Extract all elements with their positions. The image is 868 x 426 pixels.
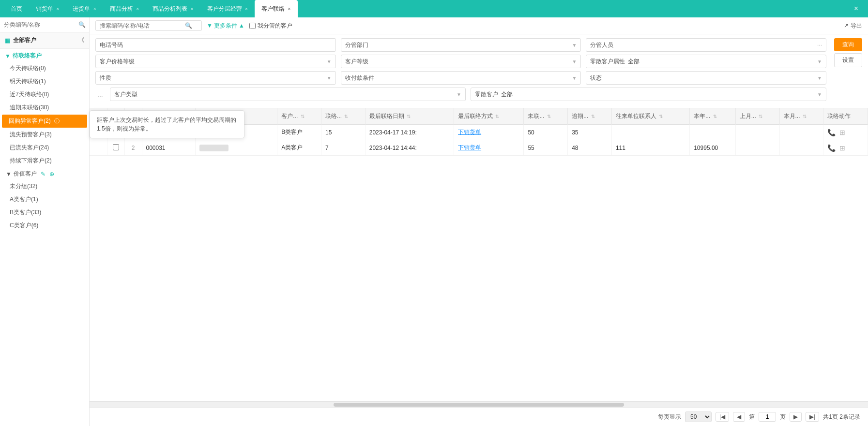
sort-icon-11[interactable]: ⇅ xyxy=(759,114,762,119)
row-checkbox[interactable] xyxy=(113,144,119,150)
filter-search-input[interactable] xyxy=(100,22,182,29)
th-overdue[interactable]: 逾期... ⇅ xyxy=(568,108,612,125)
nav-item-product-analysis[interactable]: 商品分析 × xyxy=(103,0,146,17)
td-last-contact-method[interactable]: 下销货单 xyxy=(454,125,524,140)
query-button[interactable]: 查询 xyxy=(834,38,862,51)
grid-icon[interactable]: ⊞ xyxy=(839,129,845,136)
grid-icon[interactable]: ⊞ xyxy=(839,144,845,152)
sidebar-item-b-class[interactable]: B类客户(33) xyxy=(0,206,89,219)
page-number-input[interactable] xyxy=(759,412,776,422)
sidebar-item-today[interactable]: 今天待联络(0) xyxy=(0,62,89,75)
td-unit-contact: 111 xyxy=(611,140,689,156)
filter-field-dept[interactable]: 分管部门 ▼ xyxy=(341,38,581,52)
filter-field-pay-term[interactable]: 收付款条件 ▼ xyxy=(341,71,581,85)
sort-icon-7[interactable]: ⇅ xyxy=(547,114,551,119)
td-code: 000031 xyxy=(142,140,195,156)
my-customers-checkbox[interactable] xyxy=(249,23,256,29)
sort-icon-12[interactable]: ⇅ xyxy=(803,114,807,119)
sidebar-search-input[interactable] xyxy=(4,21,76,28)
sidebar-item-repurchase-abnormal[interactable]: 回购异常客户(2) ⓘ xyxy=(2,115,87,128)
sidebar-search-icon[interactable]: 🔍 xyxy=(78,21,86,28)
filter-field-scatter-attr[interactable]: 零散客户属性 全部 ▼ xyxy=(586,55,826,68)
set-button[interactable]: 设置 xyxy=(834,53,862,67)
first-page-btn[interactable]: |◀ xyxy=(716,412,729,422)
close-icon[interactable]: × xyxy=(190,6,193,12)
top-nav: 首页 销货单 × 进货单 × 商品分析 × 商品分析列表 × 客户分层经营 × … xyxy=(0,0,868,17)
sidebar-item-tomorrow[interactable]: 明天待联络(1) xyxy=(0,75,89,88)
th-last-contact-method[interactable]: 最后联络方式 ⇅ xyxy=(454,108,524,125)
close-all-button[interactable]: × xyxy=(848,4,864,13)
sidebar-group-value[interactable]: ▼ 价值客户 ✎ ⊕ xyxy=(0,167,89,180)
horizontal-scrollbar[interactable] xyxy=(90,401,868,407)
th-last-contact-date[interactable]: 最后联络日期 ⇅ xyxy=(365,108,454,125)
sort-icon-6[interactable]: ⇅ xyxy=(495,114,499,119)
nav-item-customer-contact[interactable]: 客户联络 × xyxy=(255,0,297,17)
export-button[interactable]: ↗ 导出 xyxy=(844,22,862,30)
my-customers-filter[interactable]: 我分管的客户 xyxy=(249,22,292,30)
sidebar-item-a-class[interactable]: A类客户(1) xyxy=(0,193,89,206)
nav-item-customer-tier[interactable]: 客户分层经营 × xyxy=(200,0,255,17)
th-cust-type[interactable]: 客户... ⇅ xyxy=(277,108,321,125)
sidebar-item-churned[interactable]: 已流失客户(24) xyxy=(0,141,89,154)
filter-field-status[interactable]: 状态 ▼ xyxy=(586,71,826,85)
th-this-month[interactable]: 本月... ⇅ xyxy=(779,108,823,125)
sort-icon-5[interactable]: ⇅ xyxy=(407,114,411,119)
nav-item-sales[interactable]: 销货单 × xyxy=(29,0,66,17)
scroll-thumb[interactable] xyxy=(334,403,624,407)
filter-field-level[interactable]: 客户等级 ▼ xyxy=(341,55,581,68)
phone-icon[interactable]: 📞 xyxy=(827,144,836,152)
contact-method-link[interactable]: 下销货单 xyxy=(458,129,481,135)
filter-field-gender[interactable]: 性质 ▼ xyxy=(95,71,336,85)
th-contact[interactable]: 联络... ⇅ xyxy=(321,108,365,125)
filter-search-icon[interactable]: 🔍 xyxy=(185,22,192,29)
filter-field-person[interactable]: 分管人员 ··· xyxy=(586,38,826,52)
close-icon[interactable]: × xyxy=(56,6,59,12)
prev-page-btn[interactable]: ◀ xyxy=(733,412,745,422)
th-unit-contact[interactable]: 往来单位联系人 ⇅ xyxy=(611,108,689,125)
sidebar-item-churn-warning[interactable]: 流失预警客户(3) xyxy=(0,128,89,141)
nav-item-product-list[interactable]: 商品分析列表 × xyxy=(146,0,200,17)
sidebar: 🔍 ▦ 全部客户 《 ▼ 待联络客户 今天待联络(0) 明天待联络(1) 近7天… xyxy=(0,17,90,426)
th-uncontacted[interactable]: 未联... ⇅ xyxy=(524,108,568,125)
sort-icon-9[interactable]: ⇅ xyxy=(659,114,663,119)
sidebar-item-ungroup[interactable]: 未分组(32) xyxy=(0,180,89,193)
sidebar-item-declining[interactable]: 持续下滑客户(2) xyxy=(0,154,89,167)
filter-more-btn[interactable]: ▼ 更多条件 ▲ xyxy=(207,22,244,30)
close-icon[interactable]: × xyxy=(93,6,96,12)
td-checkbox[interactable] xyxy=(107,140,124,156)
edit-icon[interactable]: ✎ xyxy=(41,171,46,177)
filter-field-scatter-cust[interactable]: 零散客户 全部 ▼ xyxy=(471,88,826,101)
next-page-btn[interactable]: ▶ xyxy=(790,412,802,422)
close-icon[interactable]: × xyxy=(136,6,139,12)
filter-field-price-level[interactable]: 客户价格等级 ▼ xyxy=(95,55,336,68)
sidebar-collapse-icon[interactable]: 《 xyxy=(78,36,84,44)
td-last-month xyxy=(735,125,779,140)
close-icon[interactable]: × xyxy=(245,6,248,12)
sort-icon-10[interactable]: ⇅ xyxy=(713,114,717,119)
page-size-select[interactable]: 50 100 200 xyxy=(685,411,712,422)
phone-icon[interactable]: 📞 xyxy=(827,129,836,136)
sort-icon-4[interactable]: ⇅ xyxy=(344,114,348,119)
more-options-btn[interactable]: ... xyxy=(95,90,105,98)
th-this-year[interactable]: 本年... ⇅ xyxy=(690,108,736,125)
filter-field-cust-type[interactable]: 客户类型 ▼ xyxy=(110,88,466,101)
close-icon[interactable]: × xyxy=(288,6,290,12)
td-this-month xyxy=(779,125,823,140)
td-last-contact-method[interactable]: 下销货单 xyxy=(454,140,524,156)
sort-icon-3[interactable]: ⇅ xyxy=(301,114,305,119)
last-page-btn[interactable]: ▶| xyxy=(806,412,819,422)
nav-item-purchase[interactable]: 进货单 × xyxy=(66,0,103,17)
sidebar-item-overdue[interactable]: 逾期未联络(30) xyxy=(0,101,89,114)
more-dots-icon: ··· xyxy=(817,42,822,48)
sort-icon-8[interactable]: ⇅ xyxy=(591,114,595,119)
nav-item-home[interactable]: 首页 xyxy=(4,0,29,17)
contact-method-link[interactable]: 下销货单 xyxy=(458,144,481,151)
sidebar-all-customers[interactable]: ▦ 全部客户 《 xyxy=(0,32,89,49)
sidebar-item-7days[interactable]: 近7天待联络(0) xyxy=(0,88,89,101)
sidebar-item-c-class[interactable]: C类客户(6) xyxy=(0,219,89,232)
td-uncontacted: 50 xyxy=(524,125,568,140)
th-action: 联络动作 xyxy=(823,108,868,125)
add-icon[interactable]: ⊕ xyxy=(49,171,54,177)
th-last-month[interactable]: 上月... ⇅ xyxy=(735,108,779,125)
sidebar-group-pending[interactable]: ▼ 待联络客户 xyxy=(0,49,89,62)
